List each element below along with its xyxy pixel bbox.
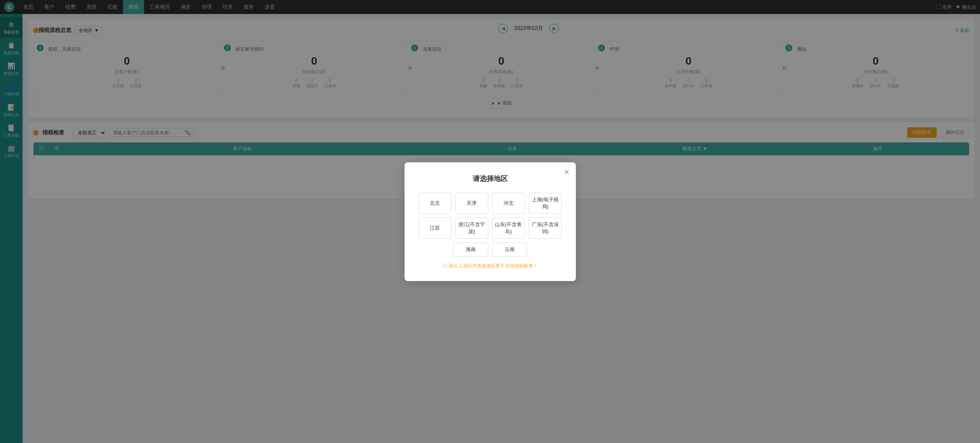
region-btn-tianjin[interactable]: 天津	[455, 193, 488, 214]
region-btn-hebei[interactable]: 河北	[492, 193, 525, 214]
region-btn-yunnan[interactable]: 云南	[492, 243, 527, 257]
region-btn-jiangsu[interactable]: 江苏	[419, 218, 452, 239]
modal-overlay: ✕ 请选择地区 北京 天津 河北 上海(电子税局) 江苏 浙江(不含宁波) 山东…	[0, 0, 980, 443]
warning-icon: ⓘ	[443, 263, 447, 269]
region-btn-hainan[interactable]: 海南	[453, 243, 488, 257]
region-grid-row1: 北京 天津 河北 上海(电子税局)	[419, 193, 562, 214]
modal-warning: ⓘ 除以上地区外其他地区暂不支持报税检查！	[419, 263, 562, 269]
region-btn-zhejiang[interactable]: 浙江(不含宁波)	[455, 218, 488, 239]
warning-text: 除以上地区外其他地区暂不支持报税检查！	[449, 263, 538, 269]
region-btn-beijing[interactable]: 北京	[419, 193, 452, 214]
modal-close-btn[interactable]: ✕	[564, 168, 570, 176]
region-btn-guangdong[interactable]: 广东(不含深圳)	[529, 218, 562, 239]
region-grid-row2: 江苏 浙江(不含宁波) 山东(不含青岛) 广东(不含深圳)	[419, 218, 562, 239]
modal-title: 请选择地区	[419, 174, 562, 183]
region-btn-shandong[interactable]: 山东(不含青岛)	[492, 218, 525, 239]
region-select-modal: ✕ 请选择地区 北京 天津 河北 上海(电子税局) 江苏 浙江(不含宁波) 山东…	[405, 162, 576, 281]
region-btn-shanghai[interactable]: 上海(电子税局)	[529, 193, 562, 214]
region-grid-row3: 海南 云南	[419, 243, 562, 257]
